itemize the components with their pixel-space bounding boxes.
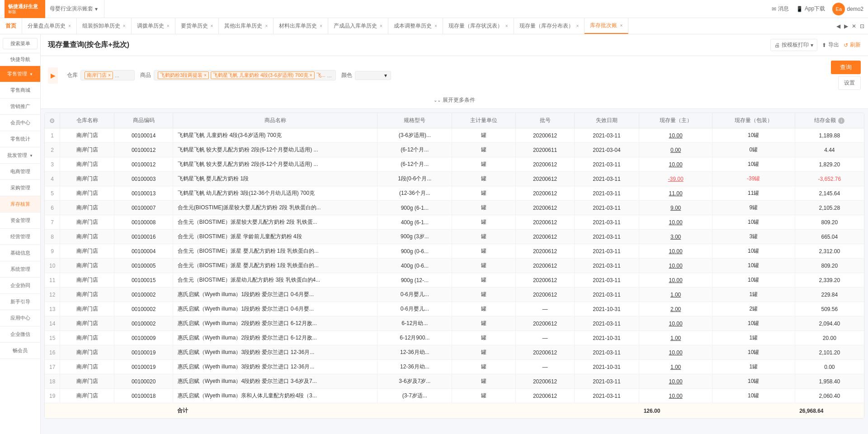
sidebar-item-retail-management[interactable]: 零售管理 ▼ — [0, 66, 40, 82]
tab-10[interactable]: 现存量（库存分布表） × — [514, 18, 585, 34]
column-settings-icon[interactable]: ⚙ — [49, 117, 55, 124]
tab-scroll-right[interactable]: ▶ — [843, 22, 849, 30]
row-qty-main[interactable]: 10.00 — [639, 244, 712, 259]
product-tags[interactable]: 飞鹤奶粉3段两提装 × 飞鹤星飞帆 儿童奶粉 4段(3-6岁适用) 700克 ×… — [154, 70, 336, 80]
sidebar-item-wholesale[interactable]: 批发管理 ▼ — [0, 147, 40, 164]
tab-4-close[interactable]: × — [211, 24, 213, 28]
product-tag-2[interactable]: 飞鹤星飞帆 儿童奶粉 4段(3-6岁适用) 700克 × — [211, 71, 315, 79]
sidebar-item-app-center[interactable]: 应用中心 — [0, 310, 40, 326]
row-qty-main[interactable]: 10.00 — [639, 316, 712, 331]
sidebar-item-retail-stats[interactable]: 零售统计 — [0, 131, 40, 147]
tab-3-close[interactable]: × — [167, 24, 170, 28]
tab-11[interactable]: 库存批次账 × — [585, 18, 628, 34]
col-qty-main: 现存量（主） — [639, 113, 712, 128]
user-menu[interactable]: Ea demo2 — [832, 3, 863, 15]
sidebar-item-retail-mall[interactable]: 零售商城 — [0, 82, 40, 99]
warehouse-tag-remove[interactable]: × — [108, 73, 111, 78]
row-batch: 20200612 — [516, 259, 574, 273]
tab-7[interactable]: 产成品入库单历史 × — [328, 18, 388, 34]
row-qty-main[interactable]: 10.00 — [639, 374, 712, 389]
row-unit: 罐 — [452, 244, 516, 259]
app-download-button[interactable]: 📱 App下载 — [796, 5, 825, 13]
export-button[interactable]: ⬆ 导出 — [822, 41, 839, 49]
product-tag-1-remove[interactable]: × — [204, 73, 207, 78]
tab-8-close[interactable]: × — [434, 24, 437, 28]
tab-1-close[interactable]: × — [68, 24, 71, 28]
sidebar-item-membership[interactable]: 会员中心 — [0, 115, 40, 131]
sidebar-item-system[interactable]: 系统管理 — [0, 261, 40, 278]
row-qty-main[interactable]: 3.00 — [639, 230, 712, 244]
sidebar-item-changyuee[interactable]: 畅会员 — [0, 343, 40, 359]
sidebar-item-inventory[interactable]: 库存核算 — [0, 196, 40, 212]
row-qty-main[interactable]: 9.00 — [639, 201, 712, 215]
setting-button[interactable]: 设置 — [838, 76, 861, 90]
quick-nav-label[interactable]: 快捷导航 — [10, 57, 30, 62]
tab-2-close[interactable]: × — [123, 24, 126, 28]
sidebar-item-basic-info[interactable]: 基础信息 — [0, 245, 40, 261]
row-qty-main[interactable]: 1.00 — [639, 331, 712, 345]
template-print-button[interactable]: 🖨 按模板打印 ▾ — [770, 39, 817, 51]
sidebar-item-enterprise[interactable]: 企业协同 — [0, 278, 40, 294]
row-code: 00100012 — [114, 143, 173, 157]
row-qty-main[interactable]: 1.00 — [639, 360, 712, 374]
row-qty-main[interactable]: 10.00 — [639, 157, 712, 172]
warehouse-more-icon[interactable]: ... — [115, 72, 119, 79]
color-tags[interactable]: ▾ — [355, 71, 391, 80]
tab-home[interactable]: 首页 — [0, 18, 22, 34]
tab-10-label: 现存量（库存分布表） — [519, 22, 574, 30]
warehouse-tags[interactable]: 南岸门店 × ... — [80, 70, 135, 80]
sidebar-item-finance[interactable]: 资金管理 — [0, 212, 40, 229]
row-qty-main[interactable]: 2.00 — [639, 302, 712, 316]
row-spec: 0-6月婴儿... — [377, 302, 452, 316]
row-batch: 20200612 — [516, 374, 574, 389]
tab-5-close[interactable]: × — [265, 24, 268, 28]
row-qty-main[interactable]: 0.00 — [639, 143, 712, 157]
product-more-icon[interactable]: ... — [327, 72, 332, 79]
industry-select[interactable]: 母婴行业演示账套 ▾ — [45, 0, 104, 18]
tab-1[interactable]: 分量盘点单历史 × — [22, 18, 77, 34]
tab-11-close[interactable]: × — [620, 23, 623, 28]
tab-3[interactable]: 调拨单历史 × — [132, 18, 175, 34]
tab-10-close[interactable]: × — [576, 24, 579, 28]
expand-conditions-button[interactable]: ⌄⌄ 展开更多条件 — [434, 96, 475, 104]
tab-6[interactable]: 材料出库单历史 × — [274, 18, 328, 34]
refresh-button[interactable]: ↺ 刷新 — [844, 41, 861, 49]
tab-6-close[interactable]: × — [320, 24, 322, 28]
query-button[interactable]: 查询 — [831, 61, 861, 74]
search-menu-button[interactable]: 搜索菜单 — [3, 38, 38, 49]
sidebar-item-ecommerce[interactable]: 电商管理 — [0, 164, 40, 180]
sidebar-item-operations[interactable]: 经营管理 — [0, 229, 40, 245]
product-tag-2-remove[interactable]: × — [310, 73, 312, 78]
row-qty-main[interactable]: 10.00 — [639, 273, 712, 288]
filter-toggle-button[interactable]: ▶ — [48, 67, 58, 84]
row-qty-main[interactable]: 10.00 — [639, 389, 712, 403]
tab-4[interactable]: 要货单历史 × — [175, 18, 219, 34]
tab-8[interactable]: 成本调整单历史 × — [388, 18, 443, 34]
row-qty-main[interactable]: 10.00 — [639, 259, 712, 273]
tab-9-close[interactable]: × — [505, 24, 508, 28]
tab-2[interactable]: 组装拆卸单历史 × — [77, 18, 132, 34]
tab-maximize[interactable]: ⊡ — [859, 22, 865, 30]
row-qty-main[interactable]: 1.00 — [639, 288, 712, 302]
row-qty-main[interactable]: 10.00 — [639, 128, 712, 143]
product-tag-1[interactable]: 飞鹤奶粉3段两提装 × — [158, 71, 209, 79]
row-qty-main[interactable]: 11.00 — [639, 186, 712, 201]
message-button[interactable]: ✉ 消息 — [772, 5, 789, 13]
tab-7-close[interactable]: × — [380, 24, 382, 28]
row-name: 飞鹤星飞帆 较大婴儿配方奶粉 2段(6-12个月婴幼儿适用) ... — [173, 143, 377, 157]
sidebar-item-purchase[interactable]: 采购管理 — [0, 180, 40, 196]
warehouse-tag[interactable]: 南岸门店 × — [85, 71, 113, 79]
tab-5[interactable]: 其他出库单历史 × — [219, 18, 274, 34]
tab-9[interactable]: 现存量（库存状况表） × — [443, 18, 514, 34]
table-row: 4 南岸门店 00100003 飞鹤星飞帆 婴儿配方奶粉 1段 1段(0-6个月… — [45, 172, 864, 186]
row-qty-pkg: 10罐 — [712, 316, 795, 331]
row-qty-main[interactable]: 10.00 — [639, 345, 712, 360]
amount-info-icon[interactable]: i — [838, 118, 844, 124]
sidebar-item-guide[interactable]: 新手引导 — [0, 294, 40, 310]
tab-scroll-left[interactable]: ◀ — [835, 22, 841, 30]
sidebar-item-enterprise-wechat[interactable]: 企业微信 — [0, 326, 40, 343]
sidebar-item-marketing[interactable]: 营销推广 — [0, 99, 40, 115]
tab-close-all[interactable]: ✕ — [851, 22, 857, 30]
row-qty-main[interactable]: -39.00 — [639, 172, 712, 186]
row-qty-main[interactable]: 10.00 — [639, 215, 712, 230]
